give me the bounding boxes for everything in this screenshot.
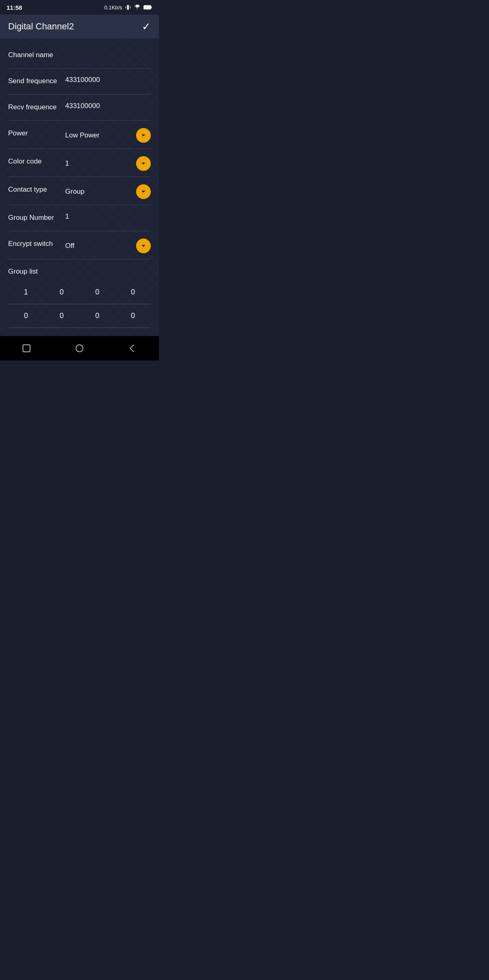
grid-cell-0-0[interactable]: 1: [8, 281, 44, 304]
label-encrypt-switch: Encrypt switch: [8, 239, 65, 248]
vibrate-icon: [125, 4, 131, 11]
label-group-number: Group Number: [8, 212, 65, 222]
label-color-code: Color code: [8, 156, 65, 166]
field-send-frequence: Send frequence 433100000: [8, 69, 151, 95]
grid-cell-1-1[interactable]: 0: [44, 304, 80, 328]
svg-rect-5: [23, 345, 30, 352]
toolbar: Digital Channel2 ✓: [0, 15, 159, 38]
nav-bar: [0, 336, 159, 361]
status-time: 11:58: [7, 4, 22, 11]
color-code-dropdown-button[interactable]: [136, 156, 151, 171]
value-group-number[interactable]: 1: [65, 212, 151, 224]
value-color-code[interactable]: 1: [65, 156, 151, 174]
page-title: Digital Channel2: [8, 21, 74, 32]
label-send-frequence: Send frequence: [8, 76, 65, 86]
svg-rect-1: [126, 6, 126, 8]
label-contact-type: Contact type: [8, 184, 65, 194]
form-content: Channel name Send frequence 433100000 Re…: [0, 38, 159, 336]
network-speed: 0.1Kb/s: [104, 4, 122, 11]
contact-type-dropdown-button[interactable]: [136, 184, 151, 199]
grid-cell-1-0[interactable]: 0: [8, 304, 44, 328]
field-color-code: Color code 1: [8, 149, 151, 177]
nav-back-button[interactable]: [126, 342, 139, 354]
grid-cell-1-2[interactable]: 0: [79, 304, 115, 328]
confirm-button[interactable]: ✓: [142, 20, 151, 33]
grid-cell-0-3[interactable]: 0: [115, 281, 151, 304]
status-bar: 11:58 0.1Kb/s: [0, 0, 159, 15]
field-power: Power Low Power: [8, 121, 151, 149]
field-recv-frequence: Recv frequence 433100000: [8, 95, 151, 121]
value-contact-type[interactable]: Group: [65, 184, 151, 202]
value-send-frequence[interactable]: 433100000: [65, 76, 151, 87]
value-power[interactable]: Low Power: [65, 128, 151, 146]
label-recv-frequence: Recv frequence: [8, 102, 65, 112]
encrypt-switch-dropdown-button[interactable]: [136, 239, 151, 253]
svg-rect-3: [144, 5, 151, 9]
status-right: 0.1Kb/s: [104, 4, 152, 11]
value-recv-frequence[interactable]: 433100000: [65, 102, 151, 113]
app-container: 11:58 0.1Kb/s Digital Channel2 ✓ Channel…: [0, 0, 159, 361]
battery-icon: [143, 4, 152, 10]
label-channel-name: Channel name: [8, 50, 65, 60]
svg-rect-0: [127, 5, 129, 10]
value-channel-name[interactable]: [65, 50, 151, 61]
nav-recent-apps-button[interactable]: [20, 342, 33, 354]
field-encrypt-switch: Encrypt switch Off: [8, 231, 151, 259]
grid-cell-1-3[interactable]: 0: [115, 304, 151, 328]
power-dropdown-button[interactable]: [136, 128, 151, 143]
value-encrypt-switch[interactable]: Off: [65, 239, 151, 257]
field-channel-name: Channel name: [8, 42, 151, 69]
svg-rect-4: [151, 7, 152, 9]
group-list-grid: 1 0 0 0 0 0 0 0: [8, 281, 151, 328]
field-group-number: Group Number 1: [8, 205, 151, 231]
svg-rect-2: [130, 6, 130, 8]
grid-cell-0-1[interactable]: 0: [44, 281, 80, 304]
field-contact-type: Contact type Group: [8, 177, 151, 205]
svg-point-6: [76, 345, 83, 352]
group-list-label: Group list: [8, 259, 151, 281]
wifi-icon: [134, 4, 141, 11]
grid-cell-0-2[interactable]: 0: [79, 281, 115, 304]
nav-home-button[interactable]: [73, 342, 86, 354]
label-power: Power: [8, 128, 65, 138]
